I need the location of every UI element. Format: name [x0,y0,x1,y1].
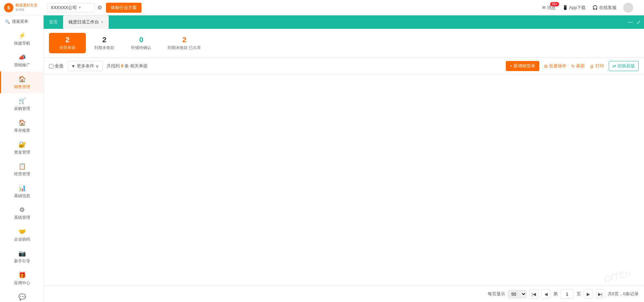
toolbar-right: + 新增销货单 ⊞ 批量操作 ↻ 刷新 🖨 打印 ⇄ [506,61,639,71]
switch-label: 切换新版 [618,63,635,69]
select-all-label: 全选 [55,63,63,69]
sidebar-item-purchase[interactable]: 🛒 采购管理 [0,93,43,115]
stat-pending[interactable]: 0 旺铺待确认 [123,33,160,53]
logo-icon: 6 [4,3,13,12]
sidebar-item-app-center[interactable]: 🎁 应用中心 [0,267,43,289]
stat-overdue-label: 到期未收款 [94,45,114,51]
inventory-icon: 🏠 [18,119,26,126]
found-count: 0 [121,63,123,68]
sidebar-label-inventory: 库存核算 [14,128,30,133]
print-button[interactable]: 🖨 打印 [590,63,604,69]
header-right: ✉ 消息 99+ 📱 App下载 🎧 在线客服 [542,3,640,13]
base-info-icon: 📊 [18,184,26,192]
sidebar-item-enterprise[interactable]: 🤝 企业协同 [0,224,43,246]
last-page-button[interactable]: ▶| [596,289,605,299]
filter-icon: ▼ [71,64,75,69]
stat-all-label: 全部单据 [59,45,75,51]
refresh-label: 刷新 [576,63,585,69]
company-name: XXXXXX公司 [51,5,77,11]
next-page-button[interactable]: ▶ [584,289,593,299]
sidebar-label-base-info: 基础信息 [14,193,30,199]
sidebar-item-base-info[interactable]: 📊 基础信息 [0,180,43,202]
batch-label: 批量操作 [549,63,567,69]
content-area: 2 全部单据 2 到期未收款 0 旺铺待确认 2 到期未收款 已出库 [44,29,644,302]
tab-workbench[interactable]: 钱货日清工作台 × [63,15,109,29]
sidebar-item-guide[interactable]: 📷 新手引导 [0,246,43,267]
more-filter-button[interactable]: ▼ 更多条件 ∨ [67,61,103,71]
app-download-icon: 📱 [562,5,568,10]
try-plan-button[interactable]: 体验行业方案 [106,3,142,13]
sidebar-item-operation[interactable]: 📋 经营管理 [0,159,43,180]
stat-overdue[interactable]: 2 到期未收款 [86,33,123,53]
tab-bar: 首页 钱货日清工作台 × — ⤢ [44,15,644,29]
settings-icon[interactable]: ⚙ [97,4,102,11]
sales-icon: 🏠 [18,75,26,83]
sidebar-item-sales[interactable]: 🏠 销售管理 [0,71,43,93]
tab-home[interactable]: 首页 [44,15,63,29]
switch-new-button[interactable]: ⇄ 切换新版 [609,61,639,71]
marketing-icon: 📣 [18,54,26,61]
tab-minimize-icon[interactable]: — [628,19,633,25]
online-service-action[interactable]: 🎧 在线客服 [592,5,616,11]
sidebar: 🔍 搜索菜单 ⚡ 快捷导航 📣 营销推广 🏠 销售管理 🛒 采购管理 🏠 库存核… [0,15,44,302]
stat-overdue-number: 2 [102,36,106,44]
logo-area: 6 畅捷通好生意 标准版 [4,3,48,12]
switch-icon: ⇄ [612,64,616,69]
sidebar-label-operation: 经营管理 [14,171,30,177]
table-area [44,75,644,286]
tab-expand-icon[interactable]: ⤢ [636,19,641,25]
app-download-action[interactable]: 📱 App下载 [562,5,586,11]
print-icon: 🖨 [590,64,594,69]
per-page-select[interactable]: 50 100 200 [508,290,527,298]
refresh-button[interactable]: ↻ 刷新 [571,63,585,69]
app-download-label: App下载 [569,5,586,11]
pagination: 每页显示 50 100 200 |◀ ◀ 第 页 ▶ ▶| 共0页，0条记录 [44,286,644,302]
sidebar-item-sys-mgmt[interactable]: ⚙ 系统管理 [0,202,43,224]
guide-icon: 📷 [18,250,26,257]
stat-pending-number: 0 [139,36,143,44]
page-label: 第 [553,291,558,297]
finance-icon: 🔐 [18,141,26,148]
stat-shipped[interactable]: 2 到期未收款 已出库 [160,33,209,53]
sidebar-search[interactable]: 🔍 搜索菜单 [0,15,43,28]
total-info: 共0页，0条记录 [608,291,639,297]
select-all-area[interactable]: 全选 [49,63,63,69]
sidebar-item-quick-nav[interactable]: ⚡ 快捷导航 [0,28,43,50]
company-selector[interactable]: XXXXXX公司 ▼ [48,3,95,12]
avatar[interactable] [623,3,633,13]
first-page-button[interactable]: |◀ [529,289,539,299]
operation-icon: 📋 [18,163,26,170]
sidebar-item-weixin[interactable]: 💬 企业微信 [0,289,43,302]
service-icon: 🎧 [592,5,598,10]
filter-dropdown-icon: ∨ [96,64,99,69]
logo-text: 畅捷通好生意 [15,3,38,7]
sidebar-label-purchase: 采购管理 [14,106,30,112]
select-all-checkbox[interactable] [49,64,53,68]
batch-action-button[interactable]: ⊞ 批量操作 [544,63,567,69]
tab-close-icon[interactable]: × [101,20,103,24]
toolbar: 全选 ▼ 更多条件 ∨ 共找到 0 条 相关单据 + 新增销货单 ⊞ [44,58,644,75]
main-content: 首页 钱货日清工作台 × — ⤢ 2 全部单据 2 到期未收款 [44,15,644,302]
quick-nav-icon: ⚡ [18,32,26,39]
sidebar-item-finance[interactable]: 🔐 资金管理 [0,137,43,159]
stat-all[interactable]: 2 全部单据 [49,33,86,53]
weixin-icon: 💬 [18,293,26,301]
message-action[interactable]: ✉ 消息 99+ [542,5,556,11]
layout: 🔍 搜索菜单 ⚡ 快捷导航 📣 营销推广 🏠 销售管理 🛒 采购管理 🏠 库存核… [0,15,644,302]
app-center-icon: 🎁 [18,271,26,279]
new-sales-button[interactable]: + 新增销货单 [506,61,539,71]
prev-page-button[interactable]: ◀ [541,289,551,299]
sidebar-label-app-center: 应用中心 [14,280,30,286]
search-icon: 🔍 [5,19,10,24]
stat-shipped-label: 到期未收款 已出库 [168,45,201,51]
company-dropdown-icon: ▼ [78,6,82,9]
enterprise-icon: 🤝 [18,228,26,235]
page-input[interactable] [560,289,574,299]
sidebar-item-marketing[interactable]: 📣 营销推广 [0,50,43,71]
per-page-label: 每页显示 [488,291,505,297]
stats-row: 2 全部单据 2 到期未收款 0 旺铺待确认 2 到期未收款 已出库 [44,29,644,58]
sidebar-label-quick-nav: 快捷导航 [14,41,30,46]
search-label: 搜索菜单 [12,19,28,24]
sidebar-item-inventory[interactable]: 🏠 库存核算 [0,115,43,137]
sidebar-label-guide: 新手引导 [14,258,30,264]
